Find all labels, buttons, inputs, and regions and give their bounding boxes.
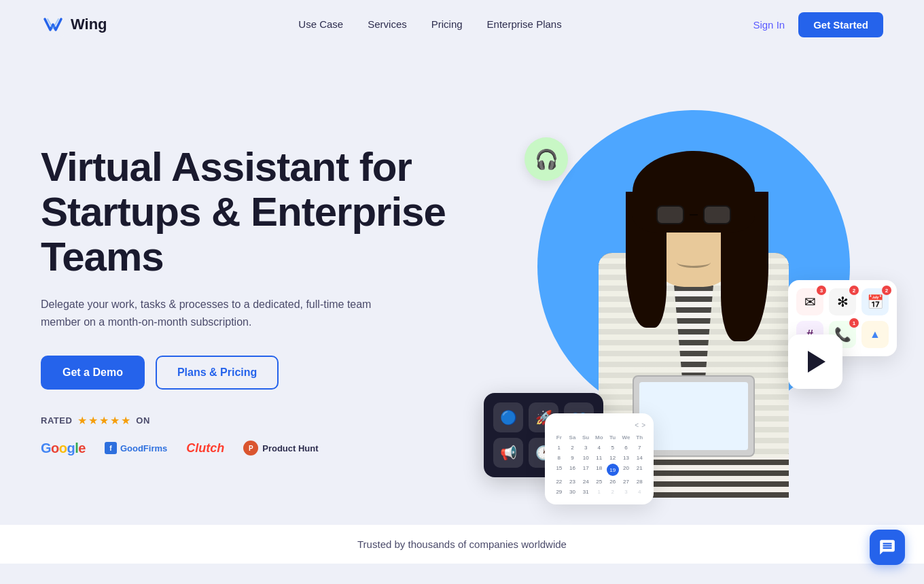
screen-content (639, 382, 748, 450)
nav-services[interactable]: Services (368, 18, 407, 30)
nav-links: Use Case Services Pricing Enterprise Pla… (298, 18, 561, 31)
navbar: Wing Use Case Services Pricing Enterpris… (0, 0, 924, 49)
cal-d26: 26 (607, 477, 619, 486)
ph-icon: P (243, 441, 258, 456)
cal-d4: 4 (593, 443, 605, 452)
cal-d2: 2 (567, 443, 579, 452)
clutch-logo: Clutch (186, 441, 224, 456)
hero-title: Virtual Assistant for Startups & Enterpr… (41, 145, 504, 279)
cal-d29: 29 (553, 487, 565, 496)
cal-hdr-mo: Mo (593, 433, 605, 442)
social-proof-row: Google f GoodFirms Clutch P Product Hunt (41, 441, 504, 456)
cal-d12: 12 (607, 453, 619, 462)
cal-d31: 31 (580, 487, 592, 496)
calendar-header: < > (553, 422, 645, 429)
nav-enterprise[interactable]: Enterprise Plans (487, 18, 562, 30)
cal-d21: 21 (633, 464, 645, 476)
chat-icon (878, 538, 896, 556)
goodfirms-logo: f GoodFirms (105, 442, 167, 454)
logo[interactable]: Wing (41, 12, 107, 37)
gmail-badge: 3 (817, 286, 826, 295)
cal-next[interactable]: > (641, 422, 645, 429)
cal-d20: 20 (620, 464, 633, 476)
task-icon-1: 🔵 (493, 402, 523, 432)
nav-pricing[interactable]: Pricing (431, 18, 463, 30)
hero-left: Virtual Assistant for Startups & Enterpr… (41, 145, 504, 456)
cal-d13: 13 (620, 453, 633, 462)
calendar-badge: 2 (882, 286, 891, 295)
cal-d25: 25 (593, 477, 605, 486)
cal-d18: 18 (593, 464, 605, 476)
goodfirms-icon: f (105, 442, 117, 454)
nav-use-case[interactable]: Use Case (298, 18, 343, 30)
star-rating: ★ ★ ★ ★ ★ (77, 414, 130, 427)
glasses-frames (656, 205, 731, 224)
rated-on: ON (136, 415, 150, 426)
trusted-text: Trusted by thousands of companies worldw… (41, 538, 883, 550)
chat-button[interactable] (870, 530, 905, 565)
nav-right: Sign In Get Started (753, 12, 883, 37)
logo-text: Wing (71, 16, 107, 33)
drive-icon: ▲ (861, 321, 889, 348)
cal-d19-highlighted[interactable]: 19 (607, 464, 619, 476)
gmail-icon: ✉ 3 (796, 288, 823, 315)
cal-hdr-tu: Tu (607, 433, 619, 442)
cal-hdr-fr: Fr (553, 433, 565, 442)
cal-d8: 8 (553, 453, 565, 462)
notion-badge: 2 (849, 286, 859, 295)
star-2: ★ (88, 414, 98, 427)
ph-text: Product Hunt (262, 443, 318, 453)
task-icon-4: 📢 (493, 438, 523, 468)
hero-right: ✋ 🎧 ✉ 3 ✻ 2 📅 2 # 📞 1 (504, 76, 883, 525)
phone-badge: 1 (849, 318, 859, 328)
cal-d3: 3 (580, 443, 592, 452)
play-triangle-icon (808, 351, 825, 373)
star-5: ★ (121, 414, 130, 427)
cal-d30: 30 (567, 487, 579, 496)
cal-d35: 4 (633, 487, 645, 496)
video-play-button[interactable] (788, 334, 842, 389)
cal-hdr-su: Su (580, 433, 592, 442)
cal-d9: 9 (567, 453, 579, 462)
calendar-grid: Fr Sa Su Mo Tu We Th 1 2 3 4 5 6 7 8 9 1… (553, 433, 645, 496)
google-logo: Google (41, 441, 86, 456)
cal-d15: 15 (553, 464, 565, 476)
get-started-button[interactable]: Get Started (798, 12, 883, 37)
star-4: ★ (110, 414, 120, 427)
cal-d16: 16 (567, 464, 579, 476)
glass-bridge (690, 214, 697, 216)
cal-d10: 10 (580, 453, 592, 462)
star-1: ★ (77, 414, 87, 427)
hero-subtitle: Delegate your work, tasks & processes to… (41, 296, 394, 330)
cal-d27: 27 (620, 477, 633, 486)
producthunt-logo: P Product Hunt (243, 441, 318, 456)
cal-d23: 23 (567, 477, 579, 486)
ratings-row: RATED ★ ★ ★ ★ ★ ON (41, 414, 504, 427)
cal-d14: 14 (633, 453, 645, 462)
person-head (639, 171, 748, 300)
calendar-card: < > Fr Sa Su Mo Tu We Th 1 2 3 4 5 6 7 8… (545, 413, 654, 504)
cal-hdr-th: Th (633, 433, 645, 442)
signin-link[interactable]: Sign In (753, 19, 785, 31)
notion-icon: ✻ 2 (829, 288, 856, 315)
hero-buttons: Get a Demo Plans & Pricing (41, 356, 504, 390)
cal-d1: 1 (553, 443, 565, 452)
rated-label: RATED (41, 415, 72, 426)
cal-d32: 1 (593, 487, 605, 496)
cal-hdr-sa: Sa (567, 433, 579, 442)
cal-d5: 5 (607, 443, 619, 452)
cal-d34: 3 (620, 487, 633, 496)
star-3: ★ (99, 414, 109, 427)
bottom-strip: Trusted by thousands of companies worldw… (0, 525, 924, 564)
glass-left (656, 205, 684, 224)
cal-d6: 6 (620, 443, 633, 452)
cal-prev[interactable]: < (635, 422, 639, 429)
calendar-app-icon: 📅 2 (861, 288, 889, 315)
pricing-button[interactable]: Plans & Pricing (156, 356, 279, 390)
cal-d11: 11 (593, 453, 605, 462)
hero-section: Virtual Assistant for Startups & Enterpr… (0, 49, 924, 525)
goodfirms-text: GoodFirms (120, 443, 167, 453)
glasses (656, 205, 731, 226)
demo-button[interactable]: Get a Demo (41, 356, 145, 390)
cal-d28: 28 (633, 477, 645, 486)
